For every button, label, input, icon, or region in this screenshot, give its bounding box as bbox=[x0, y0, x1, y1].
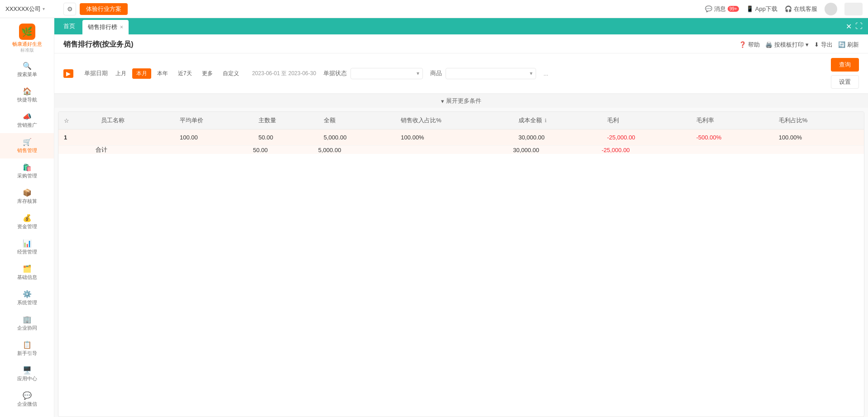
export-icon: ⬇ bbox=[814, 41, 819, 48]
col-cost: 成本全额 ℹ bbox=[513, 112, 602, 129]
sidebar-label-operations: 经营管理 bbox=[17, 249, 37, 255]
company-selector[interactable]: XXXXXX公司 ▾ bbox=[5, 5, 60, 13]
tab-home[interactable]: 首页 bbox=[56, 18, 82, 34]
app-download-btn[interactable]: 📱 App下载 bbox=[746, 5, 777, 13]
status-select[interactable] bbox=[350, 68, 423, 79]
settings-button[interactable]: 设置 bbox=[831, 75, 859, 89]
sidebar-label-app-center: 应用中心 bbox=[17, 375, 37, 382]
top-right-area: 💬 消息 99+ 📱 App下载 🎧 在线客服 bbox=[705, 3, 863, 15]
sidebar-item-finance[interactable]: 💰 资金管理 bbox=[0, 209, 54, 235]
sidebar-item-app-center[interactable]: 🖥️ 应用中心 bbox=[0, 361, 54, 387]
message-badge: 99+ bbox=[728, 6, 739, 12]
trial-button[interactable]: 体验行业方案 bbox=[80, 3, 128, 15]
col-rank: ☆ bbox=[58, 112, 96, 129]
sidebar-item-beginner[interactable]: 📋 新手引导 bbox=[0, 336, 54, 361]
home-icon: 🏠 bbox=[23, 87, 32, 96]
sidebar-label-enterprise-wx: 企业微信 bbox=[17, 401, 37, 407]
refresh-label: 刷新 bbox=[847, 41, 859, 49]
settings-icon-btn[interactable]: ⚙ bbox=[63, 3, 76, 15]
cell-avg-price: 100.00 bbox=[174, 129, 253, 146]
search-icon: 🔍 bbox=[23, 62, 32, 70]
company-name: XXXXXX公司 bbox=[5, 5, 41, 13]
date-btn-prev-month[interactable]: 上月 bbox=[111, 68, 130, 79]
operations-icon: 📊 bbox=[23, 239, 32, 248]
sidebar-item-search-order[interactable]: 🔍 搜索菜单 bbox=[0, 57, 54, 82]
sidebar-item-inventory[interactable]: 📦 库存核算 bbox=[0, 184, 54, 209]
date-btn-7days[interactable]: 近7天 bbox=[174, 68, 196, 79]
user-name-area bbox=[844, 3, 863, 15]
date-btn-this-year[interactable]: 本年 bbox=[153, 68, 172, 79]
tab-close-window-btn[interactable]: ✕ bbox=[846, 22, 852, 31]
beginner-icon: 📋 bbox=[23, 340, 32, 349]
export-btn[interactable]: ⬇ 导出 bbox=[814, 41, 833, 49]
tab-maximize-btn[interactable]: ⛶ bbox=[855, 22, 863, 30]
col-gross: 毛利 bbox=[602, 112, 691, 129]
sidebar-item-sales[interactable]: 🛒 销售管理 bbox=[0, 133, 54, 158]
sidebar-label-finance: 资金管理 bbox=[17, 223, 37, 230]
footer-sales-pct bbox=[395, 146, 513, 154]
avatar[interactable] bbox=[825, 3, 837, 15]
filter-expand-btn[interactable]: ▶ bbox=[63, 69, 73, 78]
tab-close-icon[interactable]: × bbox=[120, 24, 123, 30]
marketing-icon: 📣 bbox=[23, 112, 32, 121]
sidebar-nav: 🔍 搜索菜单 🏠 快捷导航 📣 营销推广 🛒 销售管理 🛍️ 采购管理 📦 库存… bbox=[0, 57, 54, 417]
tab-active-sales-rank[interactable]: 销售排行榜 × bbox=[82, 20, 129, 34]
help-icon: ❓ bbox=[739, 41, 746, 48]
expand-label: 展开更多条件 bbox=[446, 97, 481, 105]
date-btn-active[interactable]: 本月 bbox=[132, 68, 151, 79]
col-employee: 员工名称 bbox=[96, 112, 174, 129]
col-amount: 全额 bbox=[318, 112, 396, 129]
sidebar-item-basic-info[interactable]: 🗂️ 基础信息 bbox=[0, 260, 54, 285]
date-btn-more[interactable]: 更多 bbox=[198, 68, 217, 79]
table-row: 1 100.00 50.00 5,000.00 100.00% 30,000.0… bbox=[58, 129, 864, 146]
top-bar: XXXXXX公司 ▾ ⚙ 体验行业方案 💬 消息 99+ 📱 App下载 🎧 在… bbox=[0, 0, 868, 18]
sidebar-item-purchase[interactable]: 🛍️ 采购管理 bbox=[0, 158, 54, 184]
sidebar-item-quick-nav[interactable]: 🏠 快捷导航 bbox=[0, 82, 54, 108]
date-btns: 上月 本月 本月 本年 近7天 更多 自定义 bbox=[111, 68, 243, 79]
cell-sales-pct: 100.00% bbox=[395, 129, 513, 146]
message-label: 消息 bbox=[714, 5, 726, 13]
online-service-btn[interactable]: 🎧 在线客服 bbox=[785, 5, 817, 13]
sidebar-item-enterprise[interactable]: 🏢 企业协同 bbox=[0, 311, 54, 336]
sidebar-item-marketing[interactable]: 📣 营销推广 bbox=[0, 108, 54, 133]
tab-bar-right: ✕ ⛶ bbox=[846, 22, 866, 31]
message-btn[interactable]: 💬 消息 99+ bbox=[705, 5, 739, 13]
col-gross-rate: 毛利率 bbox=[691, 112, 773, 129]
sidebar-item-member[interactable]: 👑 畅会员 bbox=[0, 412, 54, 417]
chevron-down-icon: ▾ bbox=[43, 6, 45, 11]
cell-gross: -25,000.00 bbox=[602, 129, 691, 146]
goods-select[interactable] bbox=[446, 68, 536, 79]
system-icon: ⚙️ bbox=[23, 290, 32, 298]
help-btn[interactable]: ❓ 帮助 bbox=[739, 41, 760, 49]
col-avg-price: 平均单价 bbox=[174, 112, 253, 129]
filter-bar: ▶ 单据日期 上月 本月 本月 本年 近7天 更多 自定义 2023-06-01… bbox=[54, 53, 868, 94]
footer-gross-pct bbox=[773, 146, 864, 154]
print-btn[interactable]: 🖨️ 按模板打印 ▾ bbox=[765, 41, 809, 49]
sidebar-item-enterprise-wx[interactable]: 💬 企业微信 bbox=[0, 387, 54, 412]
refresh-btn[interactable]: 🔄 刷新 bbox=[838, 41, 859, 49]
cell-employee bbox=[96, 129, 174, 146]
online-service-label: 在线客服 bbox=[794, 5, 817, 13]
more-filter-btn[interactable]: ... bbox=[543, 70, 548, 77]
sidebar-item-operations[interactable]: 📊 经营管理 bbox=[0, 235, 54, 260]
sidebar-label-sales: 销售管理 bbox=[17, 147, 37, 154]
filter-row: ▶ 单据日期 上月 本月 本月 本年 近7天 更多 自定义 2023-06-01… bbox=[63, 58, 859, 89]
footer-gross-rate bbox=[691, 146, 773, 154]
header-actions: ❓ 帮助 🖨️ 按模板打印 ▾ ⬇ 导出 🔄 刷新 bbox=[739, 41, 859, 49]
cost-info-icon[interactable]: ℹ bbox=[545, 118, 547, 123]
footer-amount: 5,000.00 bbox=[318, 146, 396, 154]
footer-cost: 30,000.00 bbox=[513, 146, 602, 154]
expand-bar[interactable]: ▾ 展开更多条件 bbox=[54, 94, 868, 108]
page-title: 销售排行榜(按业务员) bbox=[63, 40, 134, 49]
tab-active-label: 销售排行榜 bbox=[88, 23, 117, 31]
table-header-row: ☆ 员工名称 平均单价 主数量 全额 销售收入占比% 成本全额 ℹ 毛利 毛利率… bbox=[58, 112, 864, 129]
main-area: 首页 销售排行榜 × ✕ ⛶ 销售排行榜(按业务员) ❓ 帮助 🖨️ 按模板打印… bbox=[54, 18, 868, 417]
cell-amount: 5,000.00 bbox=[318, 129, 396, 146]
date-btn-custom[interactable]: 自定义 bbox=[219, 68, 243, 79]
sidebar-label-basic-info: 基础信息 bbox=[17, 274, 37, 281]
query-button[interactable]: 查询 bbox=[831, 58, 859, 72]
sidebar-item-system[interactable]: ⚙️ 系统管理 bbox=[0, 285, 54, 311]
cell-gross-rate: -500.00% bbox=[691, 129, 773, 146]
sidebar-logo: 🌿 畅康通好生意 标准版 bbox=[0, 18, 54, 57]
app-center-icon: 🖥️ bbox=[23, 366, 32, 374]
